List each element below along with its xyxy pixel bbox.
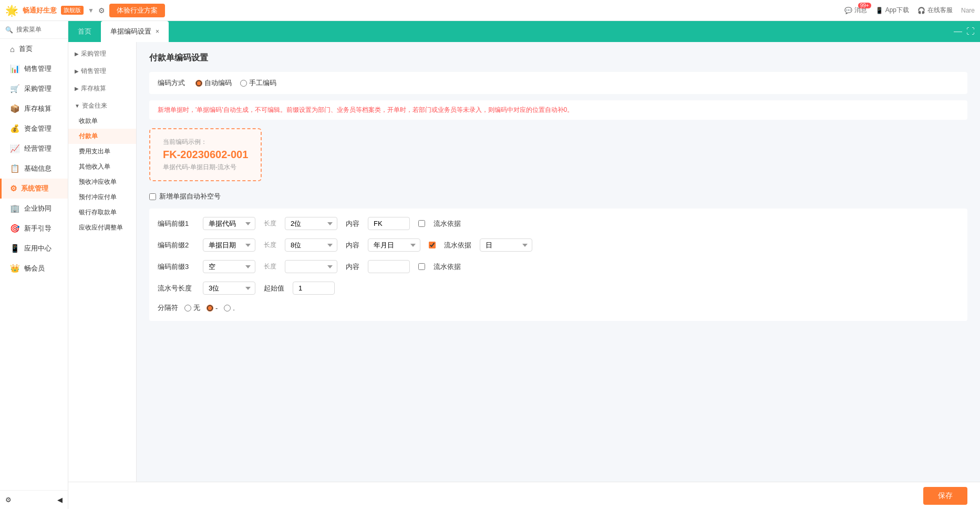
subnav-purchase-label: 采购管理 (81, 49, 106, 58)
subnav-group-purchase: ▶ 采购管理 (68, 46, 136, 61)
sidebar-item-home[interactable]: ⌂ 首页 (0, 39, 68, 59)
prefix1-row: 编码前缀1 单据代码 部门 业务员 空 长度 2 (158, 217, 959, 230)
start-value-input[interactable] (293, 282, 335, 295)
prefix2-serial-checkbox[interactable] (429, 242, 436, 248)
sep-dot-radio[interactable] (224, 305, 231, 311)
prefix2-length-select[interactable]: 8位 6位 4位 (285, 238, 337, 252)
user-name[interactable]: Nare (961, 7, 975, 14)
prefix3-label: 编码前缀3 (158, 262, 194, 272)
page-title: 付款单编码设置 (149, 53, 967, 64)
tab-encode-label: 单据编码设置 (110, 27, 151, 36)
subnav-finance-label: 资金往来 (82, 101, 107, 110)
sidebar-gear-icon[interactable]: ⚙ (5, 496, 12, 504)
prefix1-content-input[interactable] (368, 217, 410, 230)
corp-icon: 🏢 (10, 204, 20, 213)
chevron-right-icon-3: ▶ (75, 86, 79, 91)
auto-fill-row: 新增单据自动补空号 (149, 192, 967, 201)
sep-dash-radio[interactable] (207, 305, 213, 311)
operations-icon: 📈 (10, 144, 20, 153)
prefix3-select[interactable]: 空 单据代码 部门 业务员 (203, 260, 255, 273)
tab-encode-settings[interactable]: 单据编码设置 × (101, 21, 169, 42)
base-icon: 📋 (10, 164, 20, 173)
sidebar-item-finance[interactable]: 💰 资金管理 (0, 119, 68, 139)
sidebar-item-corp[interactable]: 🏢 企业协同 (0, 199, 68, 219)
tabs-bar: 首页 单据编码设置 × — ⛶ (68, 21, 980, 42)
subnav-title-inventory[interactable]: ▶ 库存核算 (68, 81, 136, 96)
example-box: 当前编码示例： FK-20230602-001 单据代码-单据日期-流水号 (149, 128, 262, 181)
sidebar: 🔍 搜索菜单 ⌂ 首页 📊 销售管理 🛒 采购管理 📦 库存核算 💰 资金管理 … (0, 21, 68, 509)
auto-code-option[interactable]: 自动编码 (195, 78, 232, 88)
purchase-icon: 🛒 (10, 84, 20, 94)
auto-fill-checkbox[interactable] (149, 193, 156, 200)
sep-none-option[interactable]: 无 (184, 303, 200, 313)
serial-length-wrapper: 3位 4位 5位 6位 (203, 282, 255, 295)
sidebar-item-guide[interactable]: 🎯 新手引导 (0, 219, 68, 238)
app-download-button[interactable]: 📱 App下载 (875, 6, 909, 15)
manual-code-option[interactable]: 手工编码 (240, 78, 276, 88)
prefix3-serial-checkbox[interactable] (418, 263, 425, 270)
sidebar-item-sales[interactable]: 📊 销售管理 (0, 59, 68, 79)
sidebar-item-system[interactable]: ⚙ 系统管理 (0, 179, 68, 199)
prefix3-length-label: 长度 (264, 262, 276, 271)
prefix2-granularity-select[interactable]: 日 月 年 (480, 238, 532, 252)
system-icon: ⚙ (10, 184, 17, 193)
sep-dash-option[interactable]: - (207, 304, 218, 312)
prefix2-content-select[interactable]: 年月日 年月 年 (368, 238, 420, 252)
subnav-child-prepay-receive[interactable]: 预收冲应收单 (68, 174, 136, 190)
subnav-child-bank-deposit[interactable]: 银行存取款单 (68, 205, 136, 220)
message-badge: 99+ (858, 3, 871, 8)
app-label: App下载 (885, 6, 909, 15)
prefix3-length-select[interactable]: 2位 4位 (285, 260, 337, 273)
separator-options: 无 - . (184, 303, 235, 313)
prefix3-content-input[interactable] (368, 260, 410, 273)
prefix2-length-wrapper: 8位 6位 4位 (285, 238, 337, 252)
manual-code-label: 手工编码 (249, 78, 276, 88)
manual-code-radio[interactable] (240, 80, 247, 87)
sidebar-collapse-icon[interactable]: ◀ (57, 496, 63, 504)
subnav-child-receipt[interactable]: 收款单 (68, 113, 136, 129)
message-button[interactable]: 💬 消息 99+ (844, 6, 867, 15)
save-button[interactable]: 保存 (923, 487, 967, 505)
sep-dot-label: . (233, 304, 235, 312)
tab-minimize-icon[interactable]: — (954, 27, 962, 36)
sidebar-item-inventory[interactable]: 📦 库存核算 (0, 99, 68, 119)
sidebar-label-system: 系统管理 (21, 184, 48, 193)
tab-expand-icon[interactable]: ⛶ (966, 27, 975, 36)
auto-code-radio[interactable] (195, 80, 202, 87)
sidebar-label-operations: 经营管理 (24, 144, 51, 153)
chevron-right-icon-2: ▶ (75, 68, 79, 74)
subnav-child-adjustment[interactable]: 应收应付调整单 (68, 220, 136, 235)
settings-gear-icon[interactable]: ⚙ (98, 6, 105, 15)
sidebar-item-apps[interactable]: 📱 应用中心 (0, 238, 68, 258)
serial-length-select[interactable]: 3位 4位 5位 6位 (203, 282, 255, 295)
prefix1-length-select[interactable]: 2位 4位 6位 (285, 217, 337, 230)
member-icon: 👑 (10, 264, 20, 273)
subnav-child-expense[interactable]: 费用支出单 (68, 144, 136, 159)
sep-none-radio[interactable] (184, 305, 191, 311)
subnav-title-sales[interactable]: ▶ 销售管理 (68, 64, 136, 79)
subnav-child-payment[interactable]: 付款单 (68, 129, 136, 144)
sidebar-item-member[interactable]: 👑 畅会员 (0, 258, 68, 278)
prefix2-granularity-wrapper: 日 月 年 (480, 238, 532, 252)
search-menu-button[interactable]: 🔍 搜索菜单 (0, 21, 68, 39)
sep-dash-label: - (215, 304, 218, 312)
subnav-title-finance[interactable]: ▼ 资金往来 (68, 98, 136, 113)
online-service-button[interactable]: 🎧 在线客服 (917, 6, 953, 15)
subnav-child-other-income[interactable]: 其他收入单 (68, 159, 136, 174)
example-code: FK-20230602-001 (163, 149, 248, 161)
sub-nav: ▶ 采购管理 ▶ 销售管理 ▶ 库存核算 (68, 42, 137, 482)
tab-close-icon[interactable]: × (156, 28, 159, 35)
prefix2-select[interactable]: 单据日期 部门 业务员 空 (203, 238, 255, 252)
prefix1-serial-checkbox[interactable] (418, 220, 425, 227)
subnav-child-prepay-pay[interactable]: 预付冲应付单 (68, 190, 136, 205)
sidebar-item-purchase[interactable]: 🛒 采购管理 (0, 79, 68, 99)
subnav-title-purchase[interactable]: ▶ 采购管理 (68, 46, 136, 61)
sidebar-item-operations[interactable]: 📈 经营管理 (0, 139, 68, 159)
sidebar-item-base[interactable]: 📋 基础信息 (0, 159, 68, 179)
demo-button[interactable]: 体验行业方案 (109, 4, 165, 17)
form-rows: 编码前缀1 单据代码 部门 业务员 空 长度 2 (149, 209, 967, 321)
tab-home[interactable]: 首页 (68, 21, 101, 42)
prefix1-select[interactable]: 单据代码 部门 业务员 空 (203, 217, 255, 230)
sep-dot-option[interactable]: . (224, 304, 235, 312)
dropdown-arrow[interactable]: ▼ (88, 7, 94, 14)
